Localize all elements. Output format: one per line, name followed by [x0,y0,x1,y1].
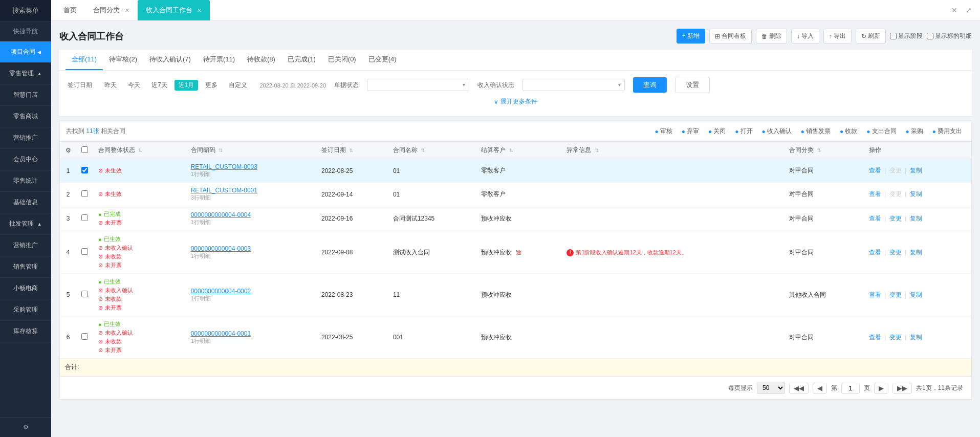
row3-checkbox[interactable] [76,206,93,231]
row1-change[interactable]: 变更 [889,167,902,174]
show-stage-checkbox[interactable]: 显示阶段 [890,32,923,40]
action-abandon[interactable]: ● 弃审 [679,125,702,137]
row5-checkbox[interactable] [76,274,93,316]
sidebar-item-purchase[interactable]: 采购管理 [0,299,51,321]
select-all-checkbox[interactable] [81,146,88,153]
income-confirm-select[interactable] [522,79,625,91]
last-page-button[interactable]: ▶▶ [892,383,912,394]
prev-page-button[interactable]: ◀ [813,383,827,394]
tab-bar-close[interactable]: ✕ [947,6,962,14]
sidebar-item-wholesale-mgmt[interactable]: 批发管理 ▲ [0,213,51,235]
export-button[interactable]: ↑ 导出 [823,29,852,43]
action-expense-pay[interactable]: ● 费用支出 [929,125,965,137]
sidebar-item-mkt-promo[interactable]: 营销推广 [0,127,51,149]
row6-view[interactable]: 查看 [869,334,881,341]
row5-copy[interactable]: 复制 [910,291,922,298]
date-opt-last1month[interactable]: 近1月 [175,80,199,91]
sidebar-item-member[interactable]: 会员中心 [0,149,51,170]
row2-code-link[interactable]: RETAIL_CUSTOM-0001 [191,187,311,194]
date-opt-more[interactable]: 更多 [201,80,222,91]
sidebar-search[interactable]: 搜索菜单 [0,0,51,22]
sidebar-item-retail-mall[interactable]: 零售商城 [0,106,51,127]
row6-checkbox[interactable] [76,316,93,359]
action-review[interactable]: ● 审核 [652,125,676,137]
sidebar-item-sales-mgmt[interactable]: 销售管理 [0,256,51,278]
row6-copy[interactable]: 复制 [910,334,922,341]
sort-abnormal-icon[interactable]: ⇅ [595,147,599,153]
date-opt-last7[interactable]: 近7天 [147,80,171,91]
page-number-input[interactable] [841,383,860,394]
filter-tab-all[interactable]: 全部(11) [66,50,103,70]
row2-copy[interactable]: 复制 [910,190,922,198]
sidebar-item-smart-store[interactable]: 智慧门店 [0,84,51,106]
row2-view[interactable]: 查看 [869,190,881,198]
col-checkbox[interactable] [76,142,93,159]
row3-copy[interactable]: 复制 [910,215,922,222]
sidebar-item-mkt-promo2[interactable]: 营销推广 [0,235,51,256]
row1-view[interactable]: 查看 [869,167,881,174]
row1-code-link[interactable]: RETAIL_CUSTOM-0003 [191,163,311,170]
row4-view[interactable]: 查看 [869,249,881,256]
filter-tab-changed[interactable]: 已变更(4) [362,50,403,70]
sidebar-item-base-info[interactable]: 基础信息 [0,192,51,213]
row3-view[interactable]: 查看 [869,215,881,222]
expand-conditions[interactable]: ∨ 展开更多条件 [494,97,537,106]
doc-status-select[interactable] [367,79,469,91]
sort-name-icon[interactable]: ⇅ [421,147,425,153]
first-page-button[interactable]: ◀◀ [789,383,809,394]
sidebar-item-xiaochang[interactable]: 小畅电商 [0,278,51,299]
filter-tab-completed[interactable]: 已完成(1) [281,50,322,70]
sort-code-icon[interactable]: ⇅ [219,147,223,153]
delete-button[interactable]: 🗑 删除 [756,29,787,43]
row2-checkbox[interactable] [76,183,93,206]
sidebar-quick-nav[interactable]: 快捷导航 [0,22,51,41]
filter-tab-pending-income-confirm[interactable]: 待收入确认(7) [143,50,197,70]
action-purchase[interactable]: ● 采购 [903,125,926,137]
sidebar-item-retail-stat[interactable]: 零售统计 [0,170,51,192]
show-detail-checkbox[interactable]: 显示标的明细 [927,32,972,40]
row4-copy[interactable]: 复制 [910,249,922,256]
tab-contract-category-close[interactable]: ✕ [125,7,129,13]
import-button[interactable]: ↓ 导入 [791,29,819,43]
filter-tab-pending-review[interactable]: 待审核(2) [103,50,143,70]
row6-change[interactable]: 变更 [889,334,902,341]
row4-change[interactable]: 变更 [889,249,902,256]
refresh-button[interactable]: ↻ 刷新 [856,29,886,43]
contract-board-button[interactable]: ⊞ 合同看板 [709,29,752,43]
action-expense-out[interactable]: ● 支出合同 [863,125,899,137]
sidebar-item-inventory[interactable]: 库存核算 [0,321,51,342]
new-button[interactable]: + 新增 [677,29,705,43]
row5-view[interactable]: 查看 [869,291,881,298]
tab-bar-expand[interactable]: ⤢ [962,6,976,14]
filter-tab-closed[interactable]: 已关闭(0) [322,50,362,70]
date-opt-today[interactable]: 今天 [124,80,144,91]
date-opt-custom[interactable]: 自定义 [225,80,251,91]
sidebar-item-retail-mgmt[interactable]: 零售管理 ▲ [0,63,51,84]
sidebar-settings[interactable]: ⚙ [0,417,51,437]
sort-customer-icon[interactable]: ⇅ [509,147,513,153]
filter-tab-pending-payment[interactable]: 待收款(8) [241,50,281,70]
sort-date-icon[interactable]: ⇅ [349,147,353,153]
show-detail-input[interactable] [927,33,933,39]
next-page-button[interactable]: ▶ [874,383,888,394]
row6-code-link[interactable]: 0000000000004-0001 [191,330,311,337]
row4-checkbox[interactable] [76,231,93,274]
row3-change[interactable]: 变更 [889,215,902,222]
action-income-confirm[interactable]: ● 收入确认 [759,125,795,137]
tab-income-contract[interactable]: 收入合同工作台 ✕ [138,0,210,20]
row5-code-link[interactable]: 0000000000004-0002 [191,288,311,295]
tab-income-contract-close[interactable]: ✕ [197,7,202,13]
date-opt-yesterday[interactable]: 昨天 [100,80,121,91]
show-stage-input[interactable] [890,33,897,39]
col-settings[interactable]: ⚙ [60,142,76,159]
action-open[interactable]: ● 打开 [732,125,755,137]
filter-tab-pending-invoice[interactable]: 待开票(11) [197,50,241,70]
action-close[interactable]: ● 关闭 [705,125,729,137]
query-button[interactable]: 查询 [633,77,667,93]
action-sales-invoice[interactable]: ● 销售发票 [798,125,834,137]
row1-checkbox[interactable] [76,159,93,183]
sidebar-item-project[interactable]: 项目合同 ◀ [0,41,51,63]
row3-code-link[interactable]: 0000000000004-0004 [191,211,311,218]
sort-status-icon[interactable]: ⇅ [138,147,142,153]
tab-contract-category[interactable]: 合同分类 ✕ [85,0,138,20]
